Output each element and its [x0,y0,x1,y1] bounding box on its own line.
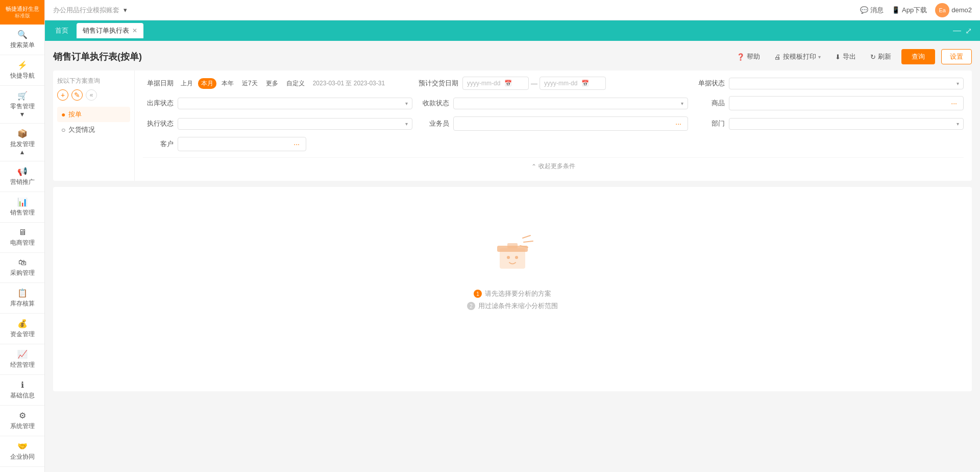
settings-btn[interactable]: 设置 [941,49,972,64]
sidebar-icon-11: ℹ [21,380,24,390]
delivery-from-input[interactable]: yyyy-mm-dd 📅 [462,77,529,90]
app-download-btn[interactable]: 📱 App下载 [892,6,927,15]
filter-row-4: 客户 ··· [143,137,964,151]
refresh-label: 刷新 [878,52,891,61]
sidebar-item-0[interactable]: 🔍搜索菜单 [0,25,44,55]
sidebar-item-8[interactable]: 📋库存核算 [0,283,44,314]
doc-status-arrow-icon: ▾ [957,81,959,86]
delivery-to-input[interactable]: yyyy-mm-dd 📅 [540,77,606,90]
goods-group: 商品 ··· [694,96,964,110]
tab-sales-exec[interactable]: 销售订单执行表 ✕ [77,23,143,38]
sidebar-item-1[interactable]: ⚡快捷导航 [0,55,44,86]
sidebar-item-5[interactable]: 📊销售管理 [0,192,44,223]
sidebar-item-2[interactable]: 🛒零售管理▼ [0,86,44,124]
department-select[interactable]: ▾ [729,118,964,130]
calendar-icon-1: 📅 [504,80,512,87]
sidebar-icon-9: 💰 [17,319,28,328]
print-label: 按模板打印 [783,52,816,61]
sidebar-item-7[interactable]: 🛍采购管理 [0,253,44,283]
svg-point-7 [515,256,518,259]
customer-input[interactable]: ··· [178,137,306,151]
page-actions: ❓ 帮助 🖨 按模板打印 ▾ ⬇ 导出 ↻ 刷新 查询 设置 [732,49,972,64]
page-title: 销售订单执行表(按单) [53,51,142,63]
sidebar-item-6[interactable]: 🖥电商管理 [0,223,44,253]
topbar: 办公用品行业模拟账套 ▾ 💬 消息 📱 App下载 Ea demo2 [45,0,980,20]
salesperson-label: 业务员 [419,119,449,128]
filter-row-2: 出库状态 ▾ 收款状态 ▾ 商品 [143,96,964,110]
sidebar-item-13[interactable]: 🤝企业协同 [0,436,44,467]
filter-scheme-1[interactable]: ○欠货情况 [57,122,130,137]
query-btn[interactable]: 查询 [901,49,935,64]
export-btn[interactable]: ⬇ 导出 [831,50,860,63]
topbar-route: 办公用品行业模拟账套 [53,6,119,15]
filter-form: 单据日期 上月本月本年近7天更多自定义 2023-03-01 至 2023-03… [135,70,972,181]
exec-status-label: 执行状态 [143,119,174,128]
delivery-group: 预计交货日期 yyyy-mm-dd 📅 — yyyy-mm-dd 📅 [419,77,688,90]
department-group: 部门 ▾ [694,118,964,130]
collapse-label: 收起更多条件 [538,162,575,171]
sidebar-item-14[interactable]: 🚀新手引导 [0,467,44,472]
delivery-from-placeholder: yyyy-mm-dd [467,80,500,87]
topbar-dropdown[interactable]: ▾ [124,6,127,14]
date-tab-5[interactable]: 自定义 [283,78,308,89]
sidebar-item-11[interactable]: ℹ基础信息 [0,375,44,406]
home-label: 首页 [55,26,68,35]
help-btn[interactable]: ❓ 帮助 [732,50,764,63]
customer-label: 客户 [143,139,174,149]
sidebar-item-12[interactable]: ⚙系统管理 [0,406,44,436]
doc-status-group: 单据状态 ▾ [694,78,964,89]
sidebar-logo: 畅捷通好生意 标准版 [0,0,44,25]
sidebar-item-10[interactable]: 📈经营管理 [0,344,44,375]
user-name: demo2 [951,6,972,14]
date-tab-3[interactable]: 近7天 [239,78,261,89]
salesperson-ellipsis-btn[interactable]: ··· [673,120,683,128]
sidebar-item-4[interactable]: 📢营销推广 [0,161,44,192]
tab-close-icon[interactable]: ✕ [132,27,137,34]
print-arrow-icon: ▾ [818,54,821,60]
exec-status-select[interactable]: ▾ [178,118,412,130]
user-profile[interactable]: Ea demo2 [935,3,972,17]
message-label: 消息 [870,6,884,15]
customer-ellipsis-btn[interactable]: ··· [291,140,302,148]
avatar: Ea [935,3,949,17]
empty-illustration [487,228,538,279]
print-btn[interactable]: 🖨 按模板打印 ▾ [770,50,825,63]
nav-maximize-icon[interactable]: ⤢ [965,26,972,36]
sidebar-item-3[interactable]: 📦批发管理▲ [0,124,44,161]
tab-home[interactable]: 首页 [49,23,75,38]
receipt-status-label: 收款状态 [419,99,449,108]
filter-scheme-0[interactable]: ●按单 [57,107,130,122]
out-status-select[interactable]: ▾ [178,98,412,109]
filter-sidebar-title-text: 按以下方案查询 [57,77,100,85]
empty-step2: 2 用过滤条件来缩小分析范围 [467,301,558,311]
filter-collapse-btn[interactable]: « [86,89,97,101]
app-download-label: App下载 [902,6,927,15]
filter-add-btn[interactable]: + [57,89,68,101]
svg-line-3 [523,235,530,238]
collapse-more-btn[interactable]: ⌃ 收起更多条件 [143,157,964,175]
refresh-btn[interactable]: ↻ 刷新 [866,50,895,63]
sidebar-item-9[interactable]: 💰资金管理 [0,314,44,344]
sidebar-icon-3: 📦 [17,129,28,138]
receipt-status-select[interactable]: ▾ [453,98,688,109]
svg-line-4 [524,241,533,242]
nav-minimize-icon[interactable]: — [953,26,961,36]
filter-panel: 按以下方案查询 + ✎ « ●按单○欠货情况 单据日期 上月本月本年近7天更多自… [53,70,972,181]
main-area: 办公用品行业模拟账套 ▾ 💬 消息 📱 App下载 Ea demo2 首页 [45,0,980,472]
date-tabs: 上月本月本年近7天更多自定义 [178,78,308,89]
salesperson-input[interactable]: ··· [453,116,688,131]
filter-edit-btn[interactable]: ✎ [71,89,83,101]
date-tab-1[interactable]: 本月 [198,78,216,89]
salesperson-group: 业务员 ··· [419,116,688,131]
goods-ellipsis-btn[interactable]: ··· [949,99,959,107]
date-tab-2[interactable]: 本年 [218,78,237,89]
empty-state: 1 请先选择要分析的方案 2 用过滤条件来缩小分析范围 [53,187,972,355]
print-icon: 🖨 [774,53,781,61]
goods-input[interactable]: ··· [729,96,964,110]
tab-sales-exec-label: 销售订单执行表 [83,26,129,35]
date-range-text: 2023-03-01 至 2023-03-31 [313,79,385,88]
date-tab-4[interactable]: 更多 [263,78,281,89]
message-btn[interactable]: 💬 消息 [860,6,884,15]
doc-status-select[interactable]: ▾ [729,78,964,89]
date-tab-0[interactable]: 上月 [178,78,196,89]
